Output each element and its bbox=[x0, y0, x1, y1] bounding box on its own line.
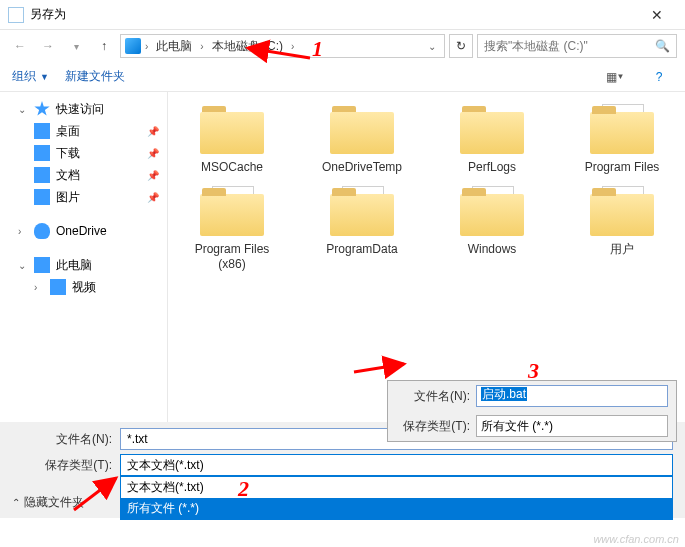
chevron-right-icon[interactable]: › bbox=[143, 41, 150, 52]
pc-icon bbox=[34, 257, 50, 273]
back-button[interactable]: ← bbox=[8, 34, 32, 58]
video-icon bbox=[50, 279, 66, 295]
help-button[interactable]: ? bbox=[645, 66, 673, 88]
search-input[interactable] bbox=[484, 39, 655, 53]
up-button[interactable]: ↑ bbox=[92, 34, 116, 58]
watermark: www.cfan.com.cn bbox=[593, 533, 679, 545]
organize-button[interactable]: 组织 ▼ bbox=[12, 68, 49, 85]
pin-icon: 📌 bbox=[147, 192, 159, 203]
filetype-label: 保存类型(T): bbox=[396, 418, 470, 435]
chevron-down-icon: ⌄ bbox=[18, 260, 28, 271]
svg-line-3 bbox=[354, 364, 404, 372]
folder-icon bbox=[458, 102, 526, 156]
folder-icon bbox=[588, 102, 656, 156]
sidebar-item-downloads[interactable]: 下载📌 bbox=[0, 142, 167, 164]
content-area[interactable]: MSOCache OneDriveTemp PerfLogs Program F… bbox=[168, 92, 685, 422]
annotation-1: 1 bbox=[312, 36, 323, 62]
cloud-icon bbox=[34, 223, 50, 239]
new-folder-button[interactable]: 新建文件夹 bbox=[65, 68, 125, 85]
toolbar: 组织 ▼ 新建文件夹 ▦ ▼ ? bbox=[0, 62, 685, 92]
chevron-down-icon[interactable]: ⌄ bbox=[424, 41, 440, 52]
folder-icon bbox=[328, 184, 396, 238]
sidebar-item-documents[interactable]: 文档📌 bbox=[0, 164, 167, 186]
inner-save-panel: 文件名(N): 启动.bat 保存类型(T): 所有文件 (*.*) bbox=[387, 380, 677, 442]
app-icon bbox=[8, 7, 24, 23]
main-area: ⌄快速访问 桌面📌 下载📌 文档📌 图片📌 ›OneDrive ⌄此电脑 ›视频… bbox=[0, 92, 685, 422]
chevron-right-icon: › bbox=[18, 226, 28, 237]
filename-label: 文件名(N): bbox=[12, 431, 112, 448]
sidebar-item-desktop[interactable]: 桌面📌 bbox=[0, 120, 167, 142]
folder-icon bbox=[328, 102, 396, 156]
annotation-arrow bbox=[352, 358, 412, 379]
svg-line-1 bbox=[248, 48, 310, 58]
picture-icon bbox=[34, 189, 50, 205]
annotation-arrow bbox=[68, 474, 128, 517]
folder-item[interactable]: OneDriveTemp bbox=[312, 102, 412, 176]
filetype-label: 保存类型(T): bbox=[12, 457, 112, 474]
titlebar: 另存为 ✕ bbox=[0, 0, 685, 30]
folder-icon bbox=[198, 184, 266, 238]
folder-item[interactable]: Program Files bbox=[572, 102, 672, 176]
filetype-combo[interactable]: 文本文档(*.txt) 文本文档(*.txt) 所有文件 (*.*) bbox=[120, 454, 673, 476]
sidebar-item-thispc[interactable]: ⌄此电脑 bbox=[0, 254, 167, 276]
svg-line-5 bbox=[74, 478, 116, 510]
pin-icon: 📌 bbox=[147, 126, 159, 137]
window-title: 另存为 bbox=[30, 6, 637, 23]
refresh-button[interactable]: ↻ bbox=[449, 34, 473, 58]
nav-row: ← → ▾ ↑ › 此电脑 › 本地磁盘 (C:) › ⌄ ↻ 🔍 bbox=[0, 30, 685, 62]
folder-item[interactable]: 用户 bbox=[572, 184, 672, 273]
forward-button: → bbox=[36, 34, 60, 58]
chevron-right-icon: › bbox=[34, 282, 44, 293]
document-icon bbox=[34, 167, 50, 183]
chevron-down-icon: ⌄ bbox=[18, 104, 28, 115]
pin-icon: 📌 bbox=[147, 170, 159, 181]
annotation-2: 2 bbox=[238, 476, 249, 502]
search-box[interactable]: 🔍 bbox=[477, 34, 677, 58]
desktop-icon bbox=[34, 123, 50, 139]
filename-input[interactable]: 启动.bat bbox=[476, 385, 668, 407]
filename-label: 文件名(N): bbox=[396, 388, 470, 405]
folder-item[interactable]: ProgramData bbox=[312, 184, 412, 273]
filetype-dropdown-list: 文本文档(*.txt) 所有文件 (*.*) bbox=[120, 476, 673, 520]
view-button[interactable]: ▦ ▼ bbox=[601, 66, 629, 88]
folder-item[interactable]: PerfLogs bbox=[442, 102, 542, 176]
chevron-up-icon: ⌃ bbox=[12, 497, 20, 508]
sidebar-item-onedrive[interactable]: ›OneDrive bbox=[0, 220, 167, 242]
chevron-down-icon: ▼ bbox=[40, 72, 49, 82]
annotation-arrow bbox=[240, 44, 320, 71]
chevron-right-icon[interactable]: › bbox=[198, 41, 205, 52]
filetype-option[interactable]: 文本文档(*.txt) bbox=[121, 477, 672, 498]
folder-item[interactable]: Program Files (x86) bbox=[182, 184, 282, 273]
folder-item[interactable]: Windows bbox=[442, 184, 542, 273]
folder-icon bbox=[588, 184, 656, 238]
close-icon[interactable]: ✕ bbox=[637, 0, 677, 30]
star-icon bbox=[34, 101, 50, 117]
sidebar-item-pictures[interactable]: 图片📌 bbox=[0, 186, 167, 208]
annotation-3: 3 bbox=[528, 358, 539, 384]
search-icon[interactable]: 🔍 bbox=[655, 39, 670, 53]
sidebar-item-videos[interactable]: ›视频 bbox=[0, 276, 167, 298]
download-icon bbox=[34, 145, 50, 161]
sidebar: ⌄快速访问 桌面📌 下载📌 文档📌 图片📌 ›OneDrive ⌄此电脑 ›视频 bbox=[0, 92, 168, 422]
filetype-option[interactable]: 所有文件 (*.*) bbox=[121, 498, 672, 519]
pin-icon: 📌 bbox=[147, 148, 159, 159]
folder-icon bbox=[458, 184, 526, 238]
folder-item[interactable]: MSOCache bbox=[182, 102, 282, 176]
folder-grid: MSOCache OneDriveTemp PerfLogs Program F… bbox=[172, 102, 681, 273]
pc-icon bbox=[125, 38, 141, 54]
recent-dropdown-icon[interactable]: ▾ bbox=[64, 34, 88, 58]
sidebar-item-quickaccess[interactable]: ⌄快速访问 bbox=[0, 98, 167, 120]
folder-icon bbox=[198, 102, 266, 156]
breadcrumb-segment[interactable]: 此电脑 bbox=[152, 36, 196, 57]
filetype-dropdown[interactable]: 所有文件 (*.*) bbox=[476, 415, 668, 437]
